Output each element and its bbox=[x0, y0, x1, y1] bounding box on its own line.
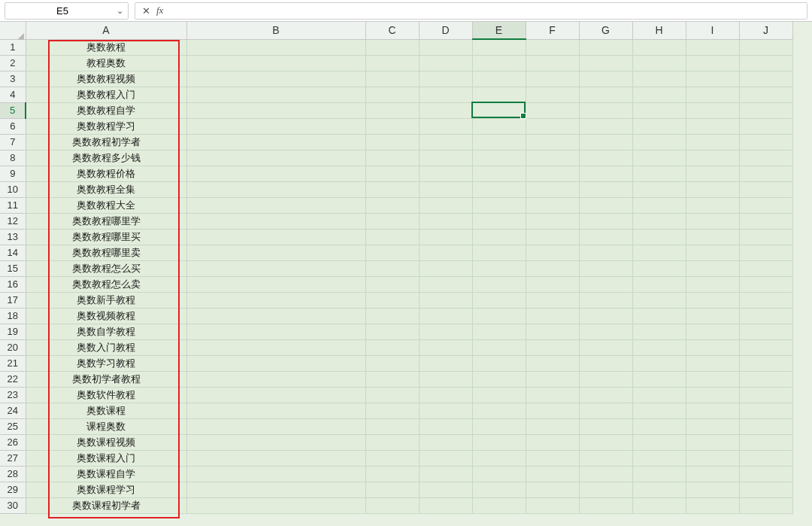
cell-D17[interactable] bbox=[419, 292, 472, 308]
cell-J11[interactable] bbox=[739, 197, 792, 213]
row-header-10[interactable]: 10 bbox=[0, 181, 26, 197]
cell-J23[interactable] bbox=[739, 387, 792, 403]
cell-G8[interactable] bbox=[579, 150, 632, 166]
cell-G27[interactable] bbox=[579, 450, 632, 466]
cell-E11[interactable] bbox=[472, 197, 526, 213]
cell-I14[interactable] bbox=[686, 245, 739, 260]
cell-B16[interactable] bbox=[186, 276, 365, 292]
cell-D9[interactable] bbox=[419, 166, 472, 181]
name-box-input[interactable] bbox=[13, 5, 112, 17]
cell-D7[interactable] bbox=[419, 134, 472, 150]
cell-H17[interactable] bbox=[632, 292, 686, 308]
cell-J26[interactable] bbox=[739, 434, 792, 450]
cell-B29[interactable] bbox=[186, 482, 365, 497]
cell-G6[interactable] bbox=[579, 118, 632, 134]
cell-A7[interactable]: 奥数教程初学者 bbox=[26, 134, 186, 150]
cell-J16[interactable] bbox=[739, 276, 792, 292]
cell-J14[interactable] bbox=[739, 245, 792, 260]
cell-I1[interactable] bbox=[686, 39, 739, 55]
cell-H28[interactable] bbox=[632, 466, 686, 482]
cell-B10[interactable] bbox=[186, 181, 365, 197]
cell-C20[interactable] bbox=[365, 339, 419, 355]
cell-H4[interactable] bbox=[632, 87, 686, 102]
cell-I17[interactable] bbox=[686, 292, 739, 308]
cell-A23[interactable]: 奥数软件教程 bbox=[26, 387, 186, 403]
cell-F1[interactable] bbox=[526, 39, 579, 55]
cell-C11[interactable] bbox=[365, 197, 419, 213]
row-header-13[interactable]: 13 bbox=[0, 229, 26, 245]
cell-J24[interactable] bbox=[739, 403, 792, 418]
spreadsheet-grid[interactable]: ABCDEFGHIJ1奥数教程2教程奥数3奥数教程视频4奥数教程入门5奥数教程自… bbox=[0, 22, 812, 526]
cell-H8[interactable] bbox=[632, 150, 686, 166]
col-header-D[interactable]: D bbox=[419, 22, 472, 39]
cell-B24[interactable] bbox=[186, 403, 365, 418]
cell-F17[interactable] bbox=[526, 292, 579, 308]
cell-F3[interactable] bbox=[526, 71, 579, 87]
cell-J22[interactable] bbox=[739, 371, 792, 387]
cell-G5[interactable] bbox=[579, 102, 632, 118]
cell-E19[interactable] bbox=[472, 324, 526, 339]
cell-C12[interactable] bbox=[365, 213, 419, 229]
cell-B28[interactable] bbox=[186, 466, 365, 482]
cell-G3[interactable] bbox=[579, 71, 632, 87]
cell-F4[interactable] bbox=[526, 87, 579, 102]
cell-F2[interactable] bbox=[526, 55, 579, 71]
cell-F16[interactable] bbox=[526, 276, 579, 292]
cell-J3[interactable] bbox=[739, 71, 792, 87]
row-header-17[interactable]: 17 bbox=[0, 292, 26, 308]
cell-B19[interactable] bbox=[186, 324, 365, 339]
cell-E18[interactable] bbox=[472, 308, 526, 324]
cell-I3[interactable] bbox=[686, 71, 739, 87]
cell-E26[interactable] bbox=[472, 434, 526, 450]
cell-J10[interactable] bbox=[739, 181, 792, 197]
cell-G16[interactable] bbox=[579, 276, 632, 292]
cell-H15[interactable] bbox=[632, 260, 686, 276]
col-header-I[interactable]: I bbox=[686, 22, 739, 39]
cell-C21[interactable] bbox=[365, 355, 419, 371]
cell-A29[interactable]: 奥数课程学习 bbox=[26, 482, 186, 497]
cell-I27[interactable] bbox=[686, 450, 739, 466]
cell-A14[interactable]: 奥数教程哪里卖 bbox=[26, 245, 186, 260]
cell-C9[interactable] bbox=[365, 166, 419, 181]
name-box[interactable]: ⌄ bbox=[5, 2, 129, 20]
cell-E2[interactable] bbox=[472, 55, 526, 71]
col-header-A[interactable]: A bbox=[26, 22, 186, 39]
cell-B3[interactable] bbox=[186, 71, 365, 87]
cell-I5[interactable] bbox=[686, 102, 739, 118]
cell-C13[interactable] bbox=[365, 229, 419, 245]
cell-E17[interactable] bbox=[472, 292, 526, 308]
cell-H18[interactable] bbox=[632, 308, 686, 324]
cell-H7[interactable] bbox=[632, 134, 686, 150]
row-header-8[interactable]: 8 bbox=[0, 150, 26, 166]
cell-G12[interactable] bbox=[579, 213, 632, 229]
row-header-22[interactable]: 22 bbox=[0, 371, 26, 387]
cell-G29[interactable] bbox=[579, 482, 632, 497]
cell-G11[interactable] bbox=[579, 197, 632, 213]
row-header-30[interactable]: 30 bbox=[0, 497, 26, 513]
cell-D11[interactable] bbox=[419, 197, 472, 213]
cell-I19[interactable] bbox=[686, 324, 739, 339]
cell-E1[interactable] bbox=[472, 39, 526, 55]
col-header-E[interactable]: E bbox=[472, 22, 526, 39]
cell-B23[interactable] bbox=[186, 387, 365, 403]
cell-E21[interactable] bbox=[472, 355, 526, 371]
cell-B30[interactable] bbox=[186, 497, 365, 513]
cell-I29[interactable] bbox=[686, 482, 739, 497]
cell-I28[interactable] bbox=[686, 466, 739, 482]
cell-C17[interactable] bbox=[365, 292, 419, 308]
cell-E15[interactable] bbox=[472, 260, 526, 276]
cell-E10[interactable] bbox=[472, 181, 526, 197]
cell-C19[interactable] bbox=[365, 324, 419, 339]
row-header-14[interactable]: 14 bbox=[0, 245, 26, 260]
cell-C28[interactable] bbox=[365, 466, 419, 482]
cell-C18[interactable] bbox=[365, 308, 419, 324]
cell-H27[interactable] bbox=[632, 450, 686, 466]
cell-B21[interactable] bbox=[186, 355, 365, 371]
cell-J30[interactable] bbox=[739, 497, 792, 513]
cell-J29[interactable] bbox=[739, 482, 792, 497]
cell-F27[interactable] bbox=[526, 450, 579, 466]
cell-D25[interactable] bbox=[419, 418, 472, 434]
cell-D30[interactable] bbox=[419, 497, 472, 513]
cell-J17[interactable] bbox=[739, 292, 792, 308]
col-header-J[interactable]: J bbox=[739, 22, 792, 39]
